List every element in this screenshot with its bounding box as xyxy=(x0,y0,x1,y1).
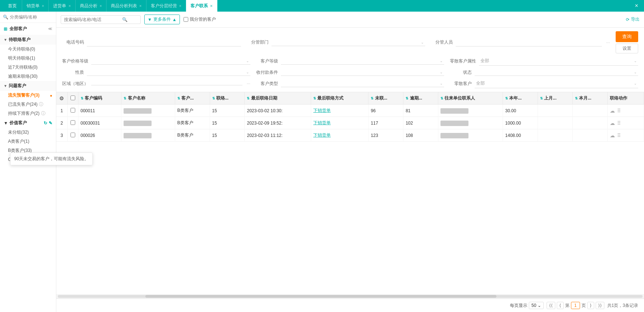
tab-sales[interactable]: 销货单 × xyxy=(22,0,49,12)
close-icon[interactable]: × xyxy=(210,4,212,8)
sort-icon[interactable]: ⇅ xyxy=(540,97,543,100)
edit-icon[interactable]: ✎ xyxy=(49,121,52,126)
filter-phone-input[interactable] xyxy=(87,38,241,46)
cell-checkbox[interactable] xyxy=(67,117,78,129)
search-input[interactable] xyxy=(64,17,122,22)
filter-retail-attr-select[interactable]: 全部 ⌄ xyxy=(479,56,638,66)
filter-price-level-select[interactable]: ⌄ xyxy=(91,57,250,65)
search-button[interactable]: 🔍 xyxy=(122,17,128,22)
sort-icon[interactable]: ⇅ xyxy=(124,97,126,100)
filter-region-select[interactable] xyxy=(91,82,242,85)
sidebar-group-pending[interactable]: ▼ 待联络客户 xyxy=(0,35,56,45)
sidebar-item-today[interactable]: 今天待联络(0) xyxy=(0,45,56,54)
col-settings[interactable]: ⚙ xyxy=(56,92,67,105)
filter-status-select[interactable]: ⌄ xyxy=(475,69,638,76)
contact-icon[interactable]: ☁ xyxy=(610,108,615,114)
filter-dept-select[interactable]: ⌄ xyxy=(271,39,426,46)
horizontal-scrollbar[interactable] xyxy=(56,294,644,299)
sidebar-item-ungrouped[interactable]: 未分组(32) xyxy=(0,128,56,137)
tab-home[interactable]: 首页 xyxy=(3,0,22,12)
sort-icon[interactable]: ⇅ xyxy=(371,97,374,100)
filter-payment-select[interactable]: ⌄ xyxy=(281,69,444,76)
sort-icon[interactable]: ⇅ xyxy=(575,97,578,100)
close-icon[interactable]: × xyxy=(100,4,102,8)
sidebar-item-tomorrow[interactable]: 明天待联络(1) xyxy=(0,54,56,63)
tab-customer-contact[interactable]: 客户联系 × xyxy=(186,0,217,12)
current-page-button[interactable]: 1 xyxy=(571,302,580,309)
sidebar-all-customers[interactable]: ⊞ 全部客户 ≪ xyxy=(0,23,56,35)
last-method-link[interactable]: 下销货单 xyxy=(313,133,331,138)
sidebar-group-value[interactable]: ▼ 价值客户 ↻ ✎ xyxy=(0,118,56,128)
sidebar-group-problem[interactable]: ▼ 问题客户 xyxy=(0,81,56,91)
tab-purchase[interactable]: 进货单 × xyxy=(49,0,75,12)
select-all-checkbox[interactable] xyxy=(71,96,75,100)
filter-customer-level-select[interactable]: ⌄ xyxy=(281,57,444,65)
prev-page-button[interactable]: ⟨ xyxy=(557,302,564,309)
page-size-box[interactable]: 50 ⌄ xyxy=(529,302,544,309)
cell-checkbox[interactable] xyxy=(67,129,78,142)
filter-customer-type-select[interactable]: ⌄ xyxy=(281,80,444,87)
row-checkbox[interactable] xyxy=(71,108,75,113)
collapse-icon[interactable]: ≪ xyxy=(48,27,52,31)
my-customers-label: 我分管的客户 xyxy=(190,16,216,23)
scroll-thumb[interactable] xyxy=(145,295,496,298)
sort-icon[interactable]: ⇅ xyxy=(505,97,508,100)
filter-retail-customer-select[interactable]: 全部 ⌄ xyxy=(475,79,638,88)
contact-icon[interactable]: ☁ xyxy=(610,133,615,138)
cell-last-method[interactable]: 下销货单 xyxy=(311,117,369,129)
close-icon[interactable]: × xyxy=(42,4,44,8)
my-customers-checkbox[interactable] xyxy=(184,17,188,22)
last-method-link[interactable]: 下销货单 xyxy=(313,108,331,113)
search-box: 🔍 xyxy=(61,15,141,24)
filter-payment: 收付款条件 ⌄ xyxy=(256,69,444,76)
sort-icon[interactable]: ⇅ xyxy=(313,97,316,100)
more-actions-icon[interactable]: ⠿ xyxy=(617,133,621,138)
first-page-button[interactable]: ⟨⟨ xyxy=(547,302,555,309)
close-icon[interactable]: × xyxy=(139,4,141,8)
refresh-icon[interactable]: ↻ xyxy=(44,121,47,126)
more-icon2[interactable]: ··· xyxy=(247,81,250,86)
export-button[interactable]: ⟳ 导出 xyxy=(626,16,640,23)
close-icon[interactable]: × xyxy=(179,4,181,8)
more-actions-icon[interactable]: ⠿ xyxy=(617,120,621,126)
sort-icon[interactable]: ⇅ xyxy=(212,97,215,100)
cell-checkbox[interactable] xyxy=(67,105,78,117)
cell-actions: ☁ ⠿ xyxy=(607,105,644,117)
more-filter-button[interactable]: ▼ 更多条件 ▲ xyxy=(144,15,180,24)
tab-analysis[interactable]: 商品分析 × xyxy=(76,0,106,12)
sidebar-item-overdue[interactable]: 逾期未联络(30) xyxy=(0,72,56,81)
sidebar-item-class-a[interactable]: A类客户(1) xyxy=(0,137,56,146)
more-actions-icon[interactable]: ⠿ xyxy=(617,108,621,114)
sort-icon[interactable]: ⇅ xyxy=(247,97,250,100)
sort-icon[interactable]: ⇅ xyxy=(81,97,84,100)
settings-icon[interactable]: ⚙ xyxy=(59,96,64,101)
next-page-button[interactable]: ⟩ xyxy=(587,302,594,309)
filter-nature-select[interactable]: ⌄ xyxy=(87,69,250,76)
last-page-button[interactable]: ⟩⟩ xyxy=(596,302,604,309)
sidebar-search-input[interactable] xyxy=(10,15,56,20)
cell-last-method[interactable]: 下销货单 xyxy=(311,105,369,117)
sidebar-item-7days[interactable]: 近7天待联络(0) xyxy=(0,63,56,72)
filter-manager-input[interactable] xyxy=(456,38,602,46)
content-area: 🔍 ▼ 更多条件 ▲ 我分管的客户 ⟳ 导出 电话号码 xyxy=(56,12,644,312)
settings-button[interactable]: 设置 xyxy=(616,44,638,53)
tab-customer-tier[interactable]: 客户分层经营 × xyxy=(146,0,186,12)
query-button[interactable]: 查询 xyxy=(616,31,638,42)
contact-icon[interactable]: ☁ xyxy=(610,120,615,126)
row-checkbox[interactable] xyxy=(71,133,75,137)
close-all-button[interactable]: × xyxy=(632,3,641,9)
row-checkbox[interactable] xyxy=(71,120,75,125)
sort-icon[interactable]: ⇅ xyxy=(440,97,443,100)
my-customers-checkbox-label[interactable]: 我分管的客户 xyxy=(184,16,216,23)
sidebar-item-churn-warning[interactable]: 流失预警客户(3) ● xyxy=(0,91,56,100)
close-icon[interactable]: × xyxy=(68,4,71,8)
sort-icon[interactable]: ⇅ xyxy=(177,97,180,100)
cell-last-method[interactable]: 下销货单 xyxy=(311,129,369,142)
more-icon[interactable]: ··· xyxy=(606,40,610,45)
sort-icon[interactable]: ⇅ xyxy=(406,97,408,100)
tab-analysis-list[interactable]: 商品分析列表 × xyxy=(106,0,146,12)
export-icon: ⟳ xyxy=(626,17,629,22)
last-method-link[interactable]: 下销货单 xyxy=(313,120,331,125)
sidebar-item-churned[interactable]: 已流失客户(24) ⓘ xyxy=(0,100,56,109)
sidebar-item-declining[interactable]: 持续下滑客户(2) ⓘ xyxy=(0,109,56,118)
